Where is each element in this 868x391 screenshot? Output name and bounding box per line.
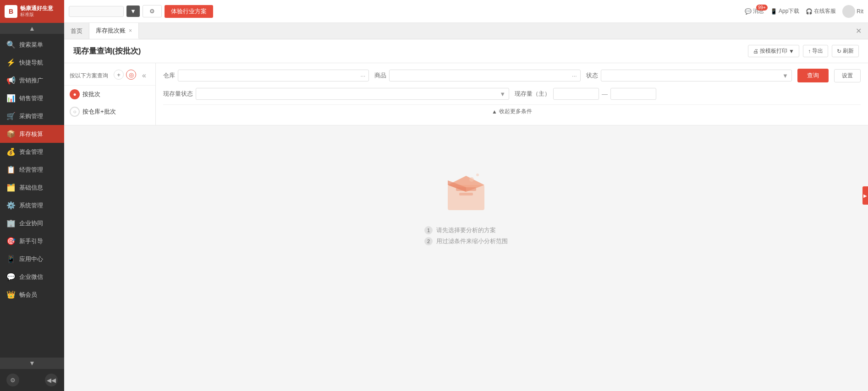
- sidebar-item-operations[interactable]: 📋 经营管理: [0, 161, 64, 179]
- empty-steps: 1 请先选择要分析的方案 2 用过滤条件来缩小分析范围: [424, 226, 508, 248]
- sidebar-item-guide[interactable]: 🎯 新手引导: [0, 232, 64, 250]
- filter-sidebar: 按以下方案查询 + ◎ « ● 按批次 ○ 按仓库+批次: [64, 63, 156, 125]
- empty-step-2: 2 用过滤条件来缩小分析范围: [424, 237, 508, 245]
- empty-state: 1 请先选择要分析的方案 2 用过滤条件来缩小分析范围: [64, 125, 868, 285]
- app-logo: B: [5, 5, 17, 18]
- warehouse-more-icon[interactable]: ···: [360, 72, 365, 79]
- online-service-btn[interactable]: 🎧 在线客服: [806, 7, 836, 15]
- product-input[interactable]: [389, 70, 580, 81]
- logo-letter: B: [9, 8, 13, 15]
- tab-inventory-batch[interactable]: 库存批次账 ×: [89, 23, 139, 39]
- collapse-more-label: 收起更多条件: [499, 108, 532, 115]
- warehouse-field: 仓库 ···: [163, 70, 369, 81]
- filter-option-batch-label: 按批次: [82, 90, 100, 98]
- app-edition: 标准版: [20, 11, 60, 18]
- sidebar-item-quick[interactable]: ⚡ 快捷导航: [0, 54, 64, 71]
- settings-form-btn[interactable]: 设置: [834, 69, 861, 82]
- sidebar-item-inventory[interactable]: 📦 库存核算: [0, 125, 64, 143]
- main-area: ▼ ⚙ 体验行业方案 💬 消息 99+ 📱 App下载 🎧 在线客服 Rit: [64, 0, 868, 391]
- user-menu[interactable]: Rit: [842, 5, 863, 18]
- settings-btn-topbar[interactable]: ⚙: [143, 5, 162, 17]
- refresh-icon: ↻: [837, 48, 841, 54]
- page-actions: 🖨 按模板打印 ▼ ↑ 导出 ↻ 刷新: [748, 45, 859, 57]
- sidebar-item-finance[interactable]: 💰 资金管理: [0, 143, 64, 161]
- status-select[interactable]: [601, 70, 792, 81]
- chart-icon: 📊: [6, 94, 16, 103]
- content-area: 现存量查询(按批次) 🖨 按模板打印 ▼ ↑ 导出 ↻ 刷新: [64, 39, 868, 391]
- filter-option-warehouse-batch[interactable]: ○ 按仓库+批次: [64, 103, 155, 120]
- cart-icon: 🛒: [6, 112, 16, 120]
- message-icon: 💬: [745, 8, 752, 15]
- target-filter-btn[interactable]: ◎: [126, 70, 136, 80]
- close-tab-right-btn[interactable]: ✕: [849, 23, 868, 39]
- status-field: 状态 ▼: [586, 70, 792, 81]
- sidebar-item-system[interactable]: ⚙️ 系统管理: [0, 196, 64, 214]
- sidebar-item-marketing[interactable]: 📢 营销推广: [0, 71, 64, 89]
- topbar-dropdown-btn[interactable]: ▼: [126, 5, 140, 17]
- warehouse-batch-option-icon: ○: [70, 107, 80, 117]
- topbar-search-input[interactable]: [69, 6, 124, 17]
- filter-option-batch[interactable]: ● 按批次: [64, 86, 155, 103]
- collapse-sidebar-btn[interactable]: ◀◀: [45, 374, 58, 386]
- sidebar-item-search[interactable]: 🔍 搜索菜单: [0, 36, 64, 54]
- target-icon: 🎯: [6, 237, 16, 245]
- messages-btn[interactable]: 💬 消息 99+: [745, 7, 764, 15]
- stock-qty-label: 现存量（主）: [515, 90, 550, 98]
- online-service-label: 在线客服: [814, 7, 836, 15]
- stock-qty-min-input[interactable]: [553, 88, 599, 100]
- add-filter-btn[interactable]: +: [114, 70, 124, 80]
- collapse-sidebar-filter-btn[interactable]: «: [138, 70, 150, 81]
- money-icon: 💰: [6, 147, 16, 156]
- export-btn-label: 导出: [812, 47, 823, 55]
- filter-row-1: 仓库 ··· 商品 ··· 状态: [163, 69, 861, 82]
- sidebar-item-label: 基础信息: [19, 184, 43, 192]
- sidebar-item-sales[interactable]: 📊 销售管理: [0, 89, 64, 107]
- print-btn-label: 按模板打印: [760, 47, 787, 55]
- query-btn[interactable]: 查询: [797, 69, 829, 82]
- page-title: 现存量查询(按批次): [73, 46, 141, 56]
- sidebar-scroll-down[interactable]: ▼: [0, 358, 64, 369]
- product-more-icon[interactable]: ···: [572, 72, 577, 79]
- warehouse-input[interactable]: [178, 70, 369, 81]
- stock-qty-max-input[interactable]: [610, 88, 656, 100]
- step-1-num: 1: [424, 226, 433, 234]
- svg-rect-5: [456, 187, 476, 191]
- right-panel-toggle[interactable]: ▶: [863, 186, 868, 205]
- chat-icon: 💬: [6, 272, 16, 281]
- filter-sidebar-title: 按以下方案查询: [70, 72, 108, 80]
- user-name: Rit: [857, 8, 863, 15]
- box-icon: 📦: [6, 130, 16, 138]
- brand-name: 畅康通好生意: [20, 5, 60, 11]
- refresh-btn[interactable]: ↻ 刷新: [832, 45, 859, 57]
- trial-btn[interactable]: 体验行业方案: [165, 5, 213, 18]
- sidebar-scroll-up[interactable]: ▲: [0, 23, 64, 34]
- sidebar-header: B 畅康通好生意 标准版: [0, 0, 64, 23]
- sidebar-item-enterprise[interactable]: 🏢 企业协同: [0, 214, 64, 232]
- collapse-more-btn[interactable]: ▲ 收起更多条件: [163, 104, 861, 118]
- user-avatar: [842, 5, 855, 18]
- sidebar-item-purchase[interactable]: 🛒 采购管理: [0, 107, 64, 125]
- crown-icon: 👑: [6, 290, 16, 299]
- stock-status-field: 现存量状态 ▼: [163, 88, 509, 100]
- sidebar-item-basic[interactable]: 🗂️ 基础信息: [0, 179, 64, 196]
- print-chevron-icon: ▼: [789, 48, 794, 54]
- app-download-label: App下载: [779, 7, 799, 15]
- stock-status-select[interactable]: [196, 88, 509, 100]
- export-btn[interactable]: ↑ 导出: [803, 45, 828, 57]
- app-download-btn[interactable]: 📱 App下载: [770, 7, 799, 15]
- sidebar-item-apps[interactable]: 📱 应用中心: [0, 250, 64, 268]
- sidebar-item-label: 销售管理: [19, 94, 43, 103]
- empty-illustration: [439, 162, 494, 217]
- tabs-bar: 首页 库存批次账 × ✕: [64, 23, 868, 39]
- settings-icon-btn[interactable]: ⚙: [6, 374, 19, 386]
- gear-icon: ⚙️: [6, 201, 16, 210]
- topbar: ▼ ⚙ 体验行业方案 💬 消息 99+ 📱 App下载 🎧 在线客服 Rit: [64, 0, 868, 23]
- page-header: 现存量查询(按批次) 🖨 按模板打印 ▼ ↑ 导出 ↻ 刷新: [64, 39, 868, 63]
- sidebar-item-label: 畅会员: [19, 291, 37, 299]
- download-icon: 📱: [770, 8, 777, 15]
- tab-close-btn[interactable]: ×: [129, 27, 132, 34]
- print-btn[interactable]: 🖨 按模板打印 ▼: [748, 45, 799, 57]
- sidebar-item-member[interactable]: 👑 畅会员: [0, 286, 64, 304]
- tab-home[interactable]: 首页: [64, 23, 89, 39]
- sidebar-item-wechat[interactable]: 💬 企业微信: [0, 268, 64, 286]
